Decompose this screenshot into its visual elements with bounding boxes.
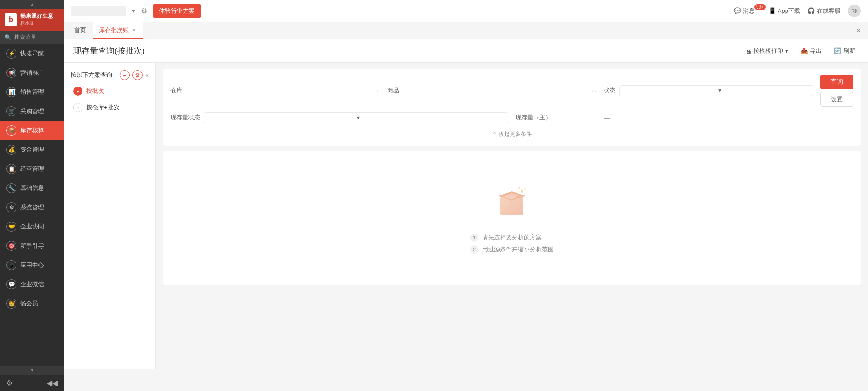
topbar-right: 💬 消息 99+ 📱 App下载 🎧 在线客服 Rit: [734, 5, 861, 17]
print-dropdown-icon[interactable]: ▾: [785, 48, 788, 54]
message-btn[interactable]: 💬 消息 99+: [734, 7, 761, 15]
message-label: 消息: [743, 7, 755, 15]
collapse-panel-btn[interactable]: «: [145, 71, 149, 79]
settings-plan-btn[interactable]: ⚙: [132, 70, 143, 80]
filter-area: 仓库 ··· 商品 ··· 状态: [163, 69, 861, 146]
sidebar-label-system: 系统管理: [20, 203, 44, 212]
collapse-more-btn[interactable]: ⌃ 收起更多条件: [492, 130, 532, 138]
warehouse-label: 仓库: [170, 87, 182, 95]
sidebar-icon-sales: 📊: [6, 87, 16, 97]
topbar-gear-icon[interactable]: ⚙: [141, 6, 147, 15]
avatar-img: Rit: [848, 5, 861, 17]
topbar-search-input[interactable]: [71, 6, 126, 16]
sidebar-label-quick-nav: 快捷导航: [20, 49, 44, 58]
sidebar-item-system[interactable]: ⚙ 系统管理: [0, 198, 64, 217]
sidebar-search[interactable]: 🔍 搜索菜单: [0, 31, 64, 44]
search-btn[interactable]: 查询: [820, 75, 853, 89]
topbar-left: ▾ ⚙ 体验行业方案: [71, 4, 201, 18]
sidebar-label-operation: 经营管理: [20, 165, 44, 173]
print-label: 按模板打印: [753, 47, 783, 55]
sidebar-item-quick-nav[interactable]: ⚡ 快捷导航: [0, 44, 64, 63]
svg-point-3: [518, 187, 520, 189]
message-icon: 💬: [734, 7, 741, 14]
company-name: 畅康通好生意: [20, 13, 53, 20]
scroll-up-arrow[interactable]: ▲: [0, 0, 64, 9]
svg-rect-1: [500, 197, 523, 215]
svg-point-4: [524, 188, 526, 190]
refresh-btn[interactable]: 🔄 刷新: [830, 45, 859, 57]
online-service-btn[interactable]: 🎧 在线客服: [808, 7, 841, 15]
sidebar-item-inventory[interactable]: 📦 库存核算: [0, 121, 64, 140]
user-avatar[interactable]: Rit: [848, 5, 861, 17]
page-title: 现存量查询(按批次): [73, 45, 145, 56]
scroll-down-arrow[interactable]: ▼: [0, 366, 64, 375]
qty-min-input[interactable]: [555, 112, 601, 123]
online-service-label: 在线客服: [817, 7, 841, 15]
topbar-dropdown-icon[interactable]: ▾: [132, 7, 135, 14]
sidebar-item-sales[interactable]: 📊 销售管理: [0, 82, 64, 102]
settings-icon[interactable]: ⚙: [6, 379, 13, 387]
qty-max-input[interactable]: [614, 112, 660, 123]
collapse-more-label: 收起更多条件: [499, 130, 532, 138]
refresh-label: 刷新: [843, 47, 855, 55]
main-wrap: ▾ ⚙ 体验行业方案 💬 消息 99+ 📱 App下载 🎧 在线客服 Rit: [64, 0, 868, 391]
print-btn[interactable]: 🖨 按模板打印 ▾: [742, 45, 792, 57]
sidebar-label-guide: 新手引导: [20, 242, 44, 250]
page-header: 现存量查询(按批次) 🖨 按模板打印 ▾ 📤 导出 🔄 刷新: [64, 39, 868, 63]
inventory-status-select[interactable]: ▾: [204, 112, 508, 123]
status-dropdown-icon: ▼: [717, 87, 809, 94]
status-select[interactable]: ▼: [619, 85, 813, 96]
warehouse-input[interactable]: [186, 85, 372, 96]
tab-close-inventory-batch[interactable]: ×: [132, 27, 137, 33]
sidebar-item-appstore[interactable]: 📱 应用中心: [0, 255, 64, 275]
sidebar-bottom: ⚙ ◀◀: [0, 375, 64, 391]
warehouse-more-btn[interactable]: ···: [375, 87, 380, 94]
sidebar-icon-operation: 📋: [6, 164, 16, 174]
sidebar-item-basic[interactable]: 🔧 基础信息: [0, 179, 64, 198]
sidebar-search-label: 搜索菜单: [14, 33, 36, 41]
tab-home[interactable]: 首页: [68, 22, 93, 39]
sidebar-item-purchase[interactable]: 🛒 采购管理: [0, 102, 64, 121]
tip-number-2: 2: [470, 245, 478, 254]
sidebar-icon-member: 👑: [6, 299, 16, 309]
body-layout: 按以下方案查询 + ⚙ « ● 按批次 ○ 按仓库+批次: [64, 63, 868, 369]
tab-inventory-batch[interactable]: 库存批次账×: [93, 22, 143, 39]
sidebar-item-marketing[interactable]: 📢 营销推广: [0, 63, 64, 82]
sidebar-item-enterprise[interactable]: 🤝 企业协同: [0, 217, 64, 236]
sidebar-item-operation[interactable]: 📋 经营管理: [0, 159, 64, 179]
sidebar-header: b 畅康通好生意 标准版: [0, 9, 64, 31]
tip-text-2: 用过滤条件来缩小分析范围: [482, 245, 554, 254]
export-btn[interactable]: 📤 导出: [797, 45, 825, 57]
sidebar-nav: ⚡ 快捷导航 📢 营销推广 📊 销售管理 🛒 采购管理 📦 库存核算 💰 资金管…: [0, 44, 64, 366]
plan-item-warehouse-batch[interactable]: ○ 按仓库+批次: [64, 99, 155, 116]
sidebar-icon-finance: 💰: [6, 145, 16, 155]
product-input[interactable]: [403, 85, 588, 96]
sidebar-label-inventory: 库存核算: [20, 126, 44, 135]
empty-icon: [489, 179, 535, 224]
plan-item-batch[interactable]: ● 按批次: [64, 83, 155, 99]
plan-label-batch: 按批次: [86, 87, 104, 95]
sidebar-label-sales: 销售管理: [20, 88, 44, 96]
chevron-up-icon: ⌃: [492, 131, 497, 138]
filter-settings-btn[interactable]: 设置: [820, 92, 853, 107]
inventory-qty-field: 现存量（主） —: [516, 112, 853, 123]
trial-btn[interactable]: 体验行业方案: [153, 4, 201, 18]
edition-label: 标准版: [20, 20, 53, 27]
tab-bar-close-btn[interactable]: ×: [853, 25, 864, 37]
status-field: 状态 ▼: [604, 85, 813, 96]
product-more-btn[interactable]: ···: [592, 87, 596, 94]
add-plan-btn[interactable]: +: [120, 70, 130, 80]
inventory-status-label: 现存量状态: [170, 114, 200, 122]
sidebar-item-wechat[interactable]: 💬 企业微信: [0, 275, 64, 294]
app-download-btn[interactable]: 📱 App下载: [769, 7, 800, 15]
panel-header: 按以下方案查询 + ⚙ «: [64, 67, 155, 83]
qty-separator: —: [604, 114, 610, 121]
sidebar-item-guide[interactable]: 🎯 新手引导: [0, 236, 64, 255]
inventory-status-field: 现存量状态 ▾: [170, 112, 508, 123]
collapse-sidebar-icon[interactable]: ◀◀: [47, 379, 58, 387]
app-logo: b: [5, 13, 17, 26]
inventory-qty-label: 现存量（主）: [516, 114, 551, 122]
service-icon: 🎧: [808, 7, 815, 14]
sidebar-item-member[interactable]: 👑 畅会员: [0, 294, 64, 313]
sidebar-item-finance[interactable]: 💰 资金管理: [0, 140, 64, 159]
